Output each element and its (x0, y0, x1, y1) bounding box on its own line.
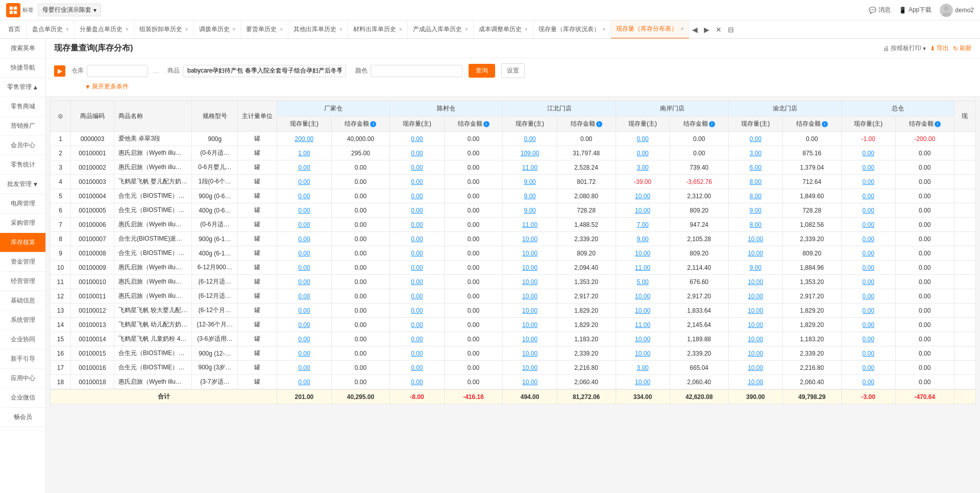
cell-f-stock[interactable]: 0.00 (277, 203, 331, 218)
cell-f-stock[interactable]: 0.00 (277, 189, 331, 203)
cell-t-stock[interactable]: 0.00 (841, 175, 895, 189)
refresh-btn[interactable]: ↻ 刷新 (953, 44, 972, 53)
cell-cs-stock[interactable]: 0.00 (390, 203, 444, 218)
cell-f-stock[interactable]: 0.00 (277, 261, 331, 275)
cell-yb-stock[interactable]: 10.00 (728, 303, 782, 318)
cell-jb-stock[interactable]: 10.00 (503, 246, 557, 261)
cell-yb-stock[interactable]: 0.00 (728, 132, 782, 146)
close-icon[interactable]: × (280, 27, 283, 32)
sidebar-item-weixin[interactable]: 企业微信 (0, 388, 45, 408)
cell-cs-stock[interactable]: 0.00 (390, 146, 444, 160)
color-input[interactable] (371, 65, 462, 77)
cell-yb-stock[interactable]: 10.00 (728, 318, 782, 332)
cell-cs-stock[interactable]: 0.00 (390, 289, 444, 303)
cell-t-stock[interactable]: 0.00 (841, 346, 895, 361)
cell-na-stock[interactable]: 10.00 (616, 189, 670, 203)
sidebar-item-shop[interactable]: 零售商城 (0, 97, 45, 116)
warehouse-input[interactable] (87, 65, 148, 77)
close-icon[interactable]: × (399, 27, 402, 32)
cell-f-stock[interactable]: 0.00 (277, 303, 331, 318)
cell-t-stock[interactable]: 0.00 (841, 203, 895, 218)
close-icon[interactable]: × (339, 27, 342, 32)
cell-cs-stock[interactable]: 0.00 (390, 261, 444, 275)
sidebar-item-retail-stat[interactable]: 零售统计 (0, 155, 45, 175)
cell-cs-stock[interactable]: 0.00 (390, 175, 444, 189)
cell-jb-stock[interactable]: 10.00 (503, 375, 557, 390)
cell-na-stock[interactable]: 11.00 (616, 261, 670, 275)
cell-yb-stock[interactable]: 6.00 (728, 160, 782, 175)
cell-t-stock[interactable]: 0.00 (841, 303, 895, 318)
tab-expand-btn[interactable]: ⊟ (725, 20, 737, 39)
cell-cs-stock[interactable]: 0.00 (390, 375, 444, 390)
tab-xiancun-status[interactable]: 现存量（库存状况表） × (533, 20, 611, 39)
sidebar-item-system[interactable]: 系统管理 (0, 311, 45, 330)
industry-selector[interactable]: 母婴行业演示陈套 ▾ (38, 4, 101, 16)
close-icon[interactable]: × (66, 27, 69, 32)
cell-yb-stock[interactable]: 10.00 (728, 246, 782, 261)
tab-chengben[interactable]: 成本调整单历史 × (474, 20, 533, 39)
sidebar-item-retail[interactable]: 零售管理 ▲ (0, 78, 45, 97)
tab-xiancun-dist[interactable]: 现存量（库存分布表） × (611, 20, 689, 39)
cell-cs-stock[interactable]: 0.00 (390, 318, 444, 332)
sidebar-item-inventory[interactable]: 库存核算 (0, 233, 45, 252)
cell-f-stock[interactable]: 0.00 (277, 218, 331, 232)
cell-jb-stock[interactable]: 10.00 (503, 346, 557, 361)
cell-na-stock[interactable]: 10.00 (616, 346, 670, 361)
close-icon[interactable]: × (126, 27, 129, 32)
cell-t-stock[interactable]: 0.00 (841, 261, 895, 275)
info-icon[interactable]: i (935, 121, 941, 127)
collapse-filter-btn[interactable]: ▶ (54, 65, 65, 77)
cell-jb-stock[interactable]: 0.00 (503, 132, 557, 146)
sidebar-item-quicknav[interactable]: 快捷导航 (0, 58, 45, 78)
cell-cs-stock[interactable]: 0.00 (390, 346, 444, 361)
cell-yb-stock[interactable]: 9.00 (728, 261, 782, 275)
sidebar-item-basic[interactable]: 基础信息 (0, 291, 45, 311)
cell-yb-stock[interactable]: 10.00 (728, 361, 782, 375)
tab-clchuku[interactable]: 材料出库单历史 × (348, 20, 408, 39)
cell-jb-stock[interactable]: 9.00 (503, 175, 557, 189)
cell-cs-stock[interactable]: 0.00 (390, 232, 444, 246)
cell-f-stock[interactable]: 0.00 (277, 232, 331, 246)
cell-yb-stock[interactable]: 10.00 (728, 232, 782, 246)
cell-f-stock[interactable]: 0.00 (277, 160, 331, 175)
product-input[interactable] (183, 65, 346, 77)
export-btn[interactable]: ⬇ 导出 (930, 44, 949, 53)
cell-cs-stock[interactable]: 0.00 (390, 218, 444, 232)
cell-yb-stock[interactable]: 9.00 (728, 203, 782, 218)
cell-f-stock[interactable]: 0.00 (277, 289, 331, 303)
cell-jb-stock[interactable]: 10.00 (503, 232, 557, 246)
tab-prev-btn[interactable]: ◀ (689, 20, 701, 39)
close-icon[interactable]: × (233, 27, 236, 32)
cell-na-stock[interactable]: 3.00 (616, 361, 670, 375)
cell-jb-stock[interactable]: 9.00 (503, 189, 557, 203)
cell-cs-stock[interactable]: 0.00 (390, 246, 444, 261)
info-icon[interactable]: i (709, 121, 715, 127)
cell-na-stock[interactable]: 7.00 (616, 218, 670, 232)
cell-yb-stock[interactable]: 8.00 (728, 189, 782, 203)
info-icon[interactable]: i (483, 121, 489, 127)
cell-f-stock[interactable]: 0.00 (277, 275, 331, 289)
cell-cs-stock[interactable]: 0.00 (390, 132, 444, 146)
info-icon[interactable]: i (370, 121, 376, 127)
sidebar-item-purchase[interactable]: 采购管理 (0, 214, 45, 233)
sidebar-item-vip[interactable]: 畅会员 (0, 408, 45, 427)
cell-t-stock[interactable]: 0.00 (841, 289, 895, 303)
tab-fenpandian[interactable]: 分量盘点单历史 × (75, 20, 134, 39)
cell-t-stock[interactable]: 0.00 (841, 375, 895, 390)
tab-qtchuku[interactable]: 其他出库单历史 × (288, 20, 348, 39)
cell-f-stock[interactable]: 0.00 (277, 175, 331, 189)
sidebar-item-enterprise[interactable]: 企业协同 (0, 330, 45, 349)
sidebar-item-appcenter[interactable]: 应用中心 (0, 369, 45, 388)
cell-f-stock[interactable]: 200.00 (277, 132, 331, 146)
close-icon[interactable]: × (603, 27, 606, 32)
info-icon[interactable]: i (596, 121, 602, 127)
cell-cs-stock[interactable]: 0.00 (390, 275, 444, 289)
cell-t-stock[interactable]: 0.00 (841, 361, 895, 375)
table-wrapper[interactable]: ⚙ 商品编码 商品名称 规格型号 主计量单位 厂家仓 陈村仓 江北门店 南岸门店… (46, 97, 980, 493)
cell-cs-stock[interactable]: 0.00 (390, 303, 444, 318)
cell-na-stock[interactable]: 0.00 (616, 132, 670, 146)
cell-jb-stock[interactable]: 109.00 (503, 146, 557, 160)
cell-yb-stock[interactable]: 8.00 (728, 218, 782, 232)
sidebar-item-marketing[interactable]: 营销推广 (0, 116, 45, 136)
cell-jb-stock[interactable]: 10.00 (503, 261, 557, 275)
